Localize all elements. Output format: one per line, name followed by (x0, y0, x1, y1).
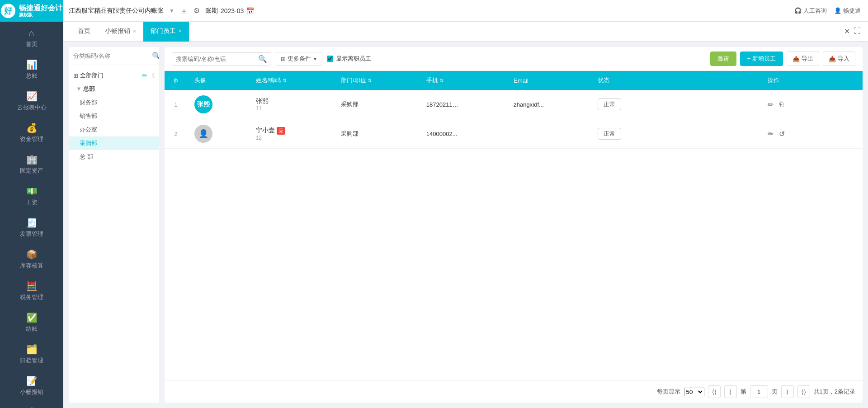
sidebar-item-home[interactable]: ⌂ 首页 (0, 22, 63, 53)
th-name-sort-icon: ⇅ (283, 78, 287, 83)
export-icon: 📤 (793, 56, 800, 62)
topbar: 好 畅捷通好会计 旗舰版 江西服宝精品有限责任公司内账张 ▼ ＋ ⚙ 账期 20… (0, 0, 868, 22)
dept-item-finance[interactable]: 财务部 (69, 96, 159, 109)
tab-dept-employee[interactable]: 部门员工 × (143, 22, 189, 42)
import-button[interactable]: 📥 导入 (823, 52, 855, 66)
th-dept-sort-icon: ⇅ (368, 78, 372, 83)
show-resigned-label: 显示离职员工 (336, 55, 371, 63)
export-button[interactable]: 📤 导出 (787, 52, 819, 66)
employee-search-input[interactable] (176, 56, 255, 62)
inventory-icon: 📦 (26, 249, 38, 260)
page-size-select[interactable]: 50 10 20 100 (684, 388, 704, 396)
main-layout: ⌂ 首页 📊 总账 📈 云报表中心 💰 资金管理 🏢 固定资产 💵 工资 🧾 发… (0, 22, 868, 408)
dept-all-header[interactable]: ⊞ 全部部门 ✏ 《 (69, 69, 159, 82)
sidebar-item-expense[interactable]: 📝 小畅报销 (0, 369, 63, 401)
th-dept[interactable]: 部门/职位 ⇅ (334, 71, 419, 90)
dept-item-sales[interactable]: 销售部 (69, 109, 159, 123)
invite-button[interactable]: 邀请 (710, 52, 736, 66)
filter-chevron-icon: ▼ (313, 56, 317, 61)
add-company-icon[interactable]: ＋ (180, 5, 188, 16)
employee-search-icon[interactable]: 🔍 (258, 55, 267, 63)
topbar-right: 🎧 人工咨询 👤 畅捷通 (794, 7, 861, 15)
delete-icon[interactable]: ↺ (779, 130, 785, 138)
cell-phone: 14000002... (419, 119, 507, 149)
sidebar-label-invoice: 发票管理 (20, 230, 43, 238)
cell-dept: 采购部 (334, 90, 419, 119)
th-dept-label: 部门/职位 (341, 77, 366, 84)
dept-collapse-icon[interactable]: 《 (149, 72, 155, 80)
period-value: 2023-03 (221, 7, 244, 14)
filter-label: 更多条件 (288, 55, 311, 63)
user-menu[interactable]: 👤 畅捷通 (834, 7, 861, 15)
edit-icon[interactable]: ✏ (768, 100, 774, 109)
cell-email (506, 119, 590, 149)
tab-home[interactable]: 首页 (71, 22, 98, 42)
cell-status: 正常 (590, 119, 760, 149)
sidebar-item-funds[interactable]: 💰 资金管理 (0, 116, 63, 148)
import-icon: 📥 (829, 56, 836, 62)
dept-item-purchase[interactable]: 采购部 (69, 136, 159, 150)
add-employee-button[interactable]: + 新增员工 (740, 52, 783, 66)
dropdown-icon[interactable]: ▼ (169, 8, 175, 14)
sidebar-item-close[interactable]: ✅ 结账 (0, 306, 63, 338)
period: 账期 2023-03 📅 (205, 7, 254, 15)
th-phone[interactable]: 手机 ⇅ (419, 71, 507, 90)
edit-icon[interactable]: ✏ (768, 130, 774, 138)
sidebar-item-reports[interactable]: 📈 云报表中心 (0, 84, 63, 116)
company-name[interactable]: 江西服宝精品有限责任公司内账张 (69, 7, 164, 15)
sidebar-item-inventory[interactable]: 📦 库存核算 (0, 243, 63, 274)
settings-icon[interactable]: ⚙ (193, 6, 200, 15)
calendar-icon[interactable]: 📅 (246, 7, 254, 14)
cell-phone: 18720211… (419, 90, 507, 119)
sidebar-item-ledger[interactable]: 📊 总账 (0, 53, 63, 84)
sidebar-item-settings[interactable]: ⚙️ 基础设置 (0, 401, 63, 408)
ledger-icon: 📊 (26, 59, 38, 70)
content-area: 首页 小畅报销 × 部门员工 × ✕ ⛶ 🔍 (63, 22, 868, 408)
service-button[interactable]: 🎧 人工咨询 (794, 7, 827, 15)
sidebar-label-inventory: 库存核算 (20, 262, 43, 270)
logout-icon[interactable]: ⎗ (779, 100, 783, 109)
sidebar-item-tax[interactable]: 🧮 税务管理 (0, 274, 63, 306)
page-size-label: 每页显示 (657, 388, 680, 396)
show-resigned-checkbox[interactable] (327, 56, 333, 62)
tab-expense-close[interactable]: × (133, 28, 136, 34)
cell-name: 张熙11 (249, 90, 334, 119)
th-name[interactable]: 姓名/编码 ⇅ (249, 71, 334, 90)
dept-search-input[interactable] (73, 52, 149, 59)
page-last-button[interactable]: ⟩⟩ (797, 385, 810, 398)
show-resigned-checkbox-label[interactable]: 显示离职员工 (327, 55, 371, 63)
page-number-input[interactable] (750, 385, 768, 398)
filter-button[interactable]: ⊞ 更多条件 ▼ (276, 52, 322, 66)
th-status: 状态 (590, 71, 760, 90)
tab-dept-close[interactable]: × (179, 28, 182, 34)
sidebar-label-tax: 税务管理 (20, 293, 43, 301)
dept-tree: ⊞ 全部部门 ✏ 《 ▼ 总部 财务部 销售部 办公室 采购部 总 部 (69, 65, 159, 403)
close-tab-icon[interactable]: ✕ (844, 27, 850, 36)
dept-grid-icon: ⊞ (73, 72, 78, 79)
expand-icon[interactable]: ⛶ (854, 27, 861, 36)
sidebar-item-archive[interactable]: 🗂️ 归档管理 (0, 338, 63, 369)
dept-item-headquarters[interactable]: 总 部 (69, 150, 159, 164)
tab-expense[interactable]: 小畅报销 × (98, 22, 143, 42)
cell-avatar: 张熙 (187, 90, 249, 119)
dept-item-office[interactable]: 办公室 (69, 123, 159, 136)
page-first-button[interactable]: ⟨⟨ (708, 385, 721, 398)
sidebar-item-assets[interactable]: 🏢 固定资产 (0, 148, 63, 179)
settings-col-icon[interactable]: ⚙ (173, 77, 179, 84)
sidebar-item-payroll[interactable]: 💵 工资 (0, 179, 63, 211)
page-next-button[interactable]: ⟩ (781, 385, 794, 398)
sidebar-label-home: 首页 (26, 40, 38, 48)
dept-search-icon[interactable]: 🔍 (152, 52, 159, 60)
funds-icon: 💰 (26, 122, 38, 133)
user-name: 畅捷通 (843, 7, 861, 15)
sidebar-item-invoice[interactable]: 🧾 发票管理 (0, 211, 63, 243)
sidebar-label-assets: 固定资产 (20, 167, 43, 175)
page-prev-button[interactable]: ⟨ (724, 385, 737, 398)
tabs-controls: ✕ ⛶ (844, 27, 861, 36)
dept-edit-icon[interactable]: ✏ (142, 72, 147, 79)
sidebar-label-payroll: 工资 (26, 198, 38, 206)
user-icon: 👤 (834, 7, 841, 14)
dept-item-head[interactable]: ▼ 总部 (69, 82, 159, 96)
cell-actions: ✏ ⎗ (760, 90, 863, 119)
page-di-label: 第 (741, 388, 746, 396)
